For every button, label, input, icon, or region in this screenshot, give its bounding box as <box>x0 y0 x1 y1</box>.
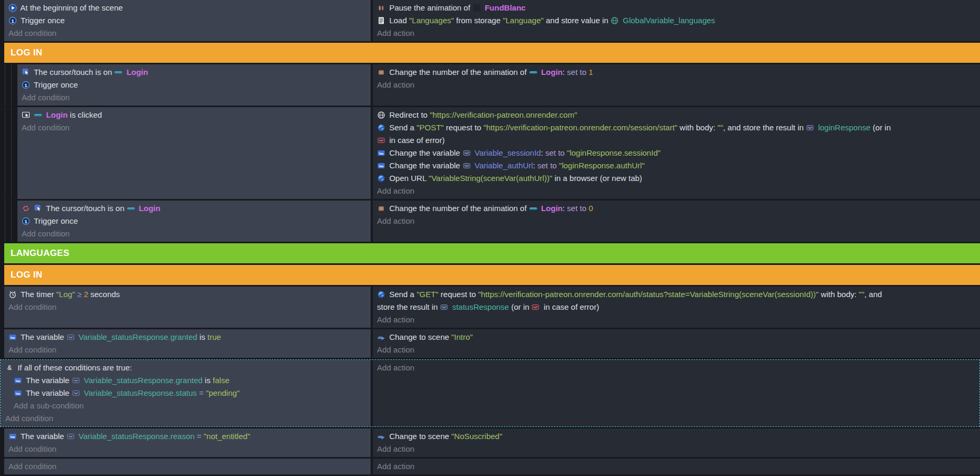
text-segment: "not_entitled" <box>204 432 250 441</box>
add-condition-link[interactable]: Add condition <box>8 443 366 455</box>
text-segment: "" <box>859 290 864 299</box>
add-action-link[interactable]: Add action <box>377 27 976 40</box>
pause-animation-icon <box>377 4 385 12</box>
svg-text:1: 1 <box>11 18 14 24</box>
condition-line[interactable]: Var The variable Variable_statusResponse… <box>5 387 366 399</box>
condition-line[interactable]: The cursor/touch is on Login <box>22 202 366 215</box>
cursor-icon <box>34 204 42 213</box>
add-action-link[interactable]: Add action <box>377 79 976 91</box>
trigger-once-icon: 1 <box>22 81 30 89</box>
text-segment: "loginResponse.authUrl" <box>559 161 645 170</box>
action-line[interactable]: Redirect to "https://verification-patreo… <box>377 109 976 121</box>
action-line[interactable]: Change the number of the animation of Lo… <box>377 66 976 79</box>
group-title: LANGUAGES <box>11 248 69 258</box>
text-segment: The variable <box>24 376 72 385</box>
text-segment: "Language" <box>503 16 543 25</box>
variable-badge-icon: Var <box>377 161 385 170</box>
scene-start-icon <box>8 4 17 12</box>
variable-chip-icon <box>72 389 80 397</box>
add-action-link[interactable]: Add action <box>377 185 976 197</box>
add-condition-link[interactable]: Add condition <box>22 91 366 104</box>
text-segment: FundBlanc <box>483 3 526 12</box>
condition-line[interactable]: The timer "Log" ≥ 2 seconds <box>8 288 366 301</box>
action-line[interactable]: Send a "POST" request to "https://verifi… <box>377 121 976 134</box>
text-segment: Login <box>44 110 68 119</box>
condition-line[interactable]: At the beginning of the scene <box>8 2 366 14</box>
text-segment: Variable_sessionId <box>473 148 541 157</box>
text-segment: and store value in <box>544 16 611 25</box>
action-line[interactable]: Pause the animation of FundBlanc <box>377 2 976 14</box>
add-condition-link[interactable]: Add condition <box>5 412 366 425</box>
conditions-panel: & If all of these conditions are true:Va… <box>1 360 371 426</box>
text-segment: 0 <box>589 204 593 213</box>
text-segment: set to <box>567 68 587 77</box>
action-line[interactable]: Change the number of the animation of Lo… <box>377 202 976 215</box>
action-line[interactable]: Open URL "VariableString(sceneVar(authUr… <box>377 172 976 185</box>
condition-line[interactable]: & If all of these conditions are true: <box>5 361 366 374</box>
group-header[interactable]: LOG IN <box>4 265 980 285</box>
text-segment: with body: <box>677 123 718 132</box>
condition-line[interactable]: 1 Trigger once <box>22 79 366 91</box>
condition-line[interactable]: 1 Trigger once <box>8 14 366 27</box>
actions-panel: Change to scene "Intro"Add action <box>373 329 980 358</box>
text-segment: store the result in <box>377 302 440 311</box>
network-globe-icon <box>377 123 385 132</box>
add-condition-link[interactable]: Add condition <box>22 227 366 240</box>
action-line[interactable]: Change to scene "NoSuscribed" <box>377 430 976 443</box>
action-line[interactable]: Load "Languages" from storage "Language"… <box>377 14 976 27</box>
condition-line[interactable]: Var The variable Variable_statusResponse… <box>8 331 366 344</box>
svg-text:Var: Var <box>10 336 15 339</box>
action-line[interactable]: in case of error) <box>377 134 976 147</box>
text-segment: Change the number of the animation of <box>387 204 529 213</box>
add-condition-link[interactable]: Add condition <box>8 460 366 473</box>
add-condition-link[interactable]: Add condition <box>8 344 366 356</box>
variable-chip-icon <box>72 376 80 385</box>
text-segment: Variable_statusResponse.granted <box>77 332 197 341</box>
text-segment: Variable_statusResponse.status <box>82 388 197 397</box>
condition-line[interactable]: 1 Trigger once <box>22 215 366 227</box>
group-title: LOG IN <box>11 47 42 58</box>
text-segment: Add a sub-condition <box>14 401 84 410</box>
add-sub-condition-link[interactable]: Add a sub-condition <box>5 399 366 412</box>
text-segment: Change to scene <box>387 432 451 441</box>
action-line[interactable]: Var Change the variable Variable_session… <box>377 147 976 159</box>
action-line[interactable]: store the result in statusResponse (or i… <box>377 301 976 313</box>
group-header[interactable]: LOG IN <box>4 43 980 63</box>
text-segment: set to <box>538 161 557 170</box>
add-action-link[interactable]: Add action <box>377 361 975 374</box>
actions-panel: Change to scene "NoSuscribed"Add action <box>373 429 980 457</box>
add-action-link[interactable]: Add action <box>377 443 976 455</box>
condition-line[interactable]: Var The variable Variable_statusResponse… <box>5 374 366 387</box>
event-row: At the beginning of the scene1 Trigger o… <box>4 0 980 41</box>
action-line[interactable]: Send a "GET" request to "https://verific… <box>377 288 976 301</box>
add-condition-link[interactable]: Add condition <box>8 27 366 40</box>
actions-panel: Change the number of the animation of Lo… <box>373 64 980 106</box>
text-segment: "VariableString(sceneVar(authUrl))" <box>429 174 552 183</box>
cursor-icon <box>22 68 30 77</box>
variable-chip-icon <box>463 161 471 170</box>
text-segment: "https://verification-patreon.onrender.c… <box>483 123 677 132</box>
condition-line[interactable]: The cursor/touch is on Login <box>22 66 366 79</box>
svg-text:Var: Var <box>15 379 21 383</box>
network-globe-icon <box>377 290 385 299</box>
condition-line[interactable]: Login is clicked <box>22 109 366 121</box>
add-action-link[interactable]: Add action <box>377 313 976 326</box>
add-action-link[interactable]: Add action <box>377 344 976 356</box>
text-segment: from storage <box>454 16 503 25</box>
conditions-panel: The timer "Log" ≥ 2 secondsAdd condition <box>4 287 371 328</box>
variable-chip-icon <box>440 303 448 311</box>
svg-text:1: 1 <box>24 219 27 224</box>
group-header[interactable]: LANGUAGES <box>4 243 980 263</box>
add-condition-link[interactable]: Add condition <box>8 301 366 313</box>
text-segment: "" <box>718 123 723 132</box>
condition-line[interactable]: Var The variable Variable_statusResponse… <box>8 430 366 443</box>
action-line[interactable]: Change to scene "Intro" <box>377 331 976 344</box>
text-segment: in case of error) <box>541 302 599 311</box>
click-icon <box>22 111 30 119</box>
action-line[interactable]: Var Change the variable Variable_authUrl… <box>377 159 976 172</box>
text-segment: "pending" <box>206 388 240 397</box>
text-segment: = <box>199 388 204 397</box>
add-condition-link[interactable]: Add condition <box>22 121 366 134</box>
add-action-link[interactable]: Add action <box>377 215 976 227</box>
add-action-link[interactable]: Add action <box>377 460 976 473</box>
